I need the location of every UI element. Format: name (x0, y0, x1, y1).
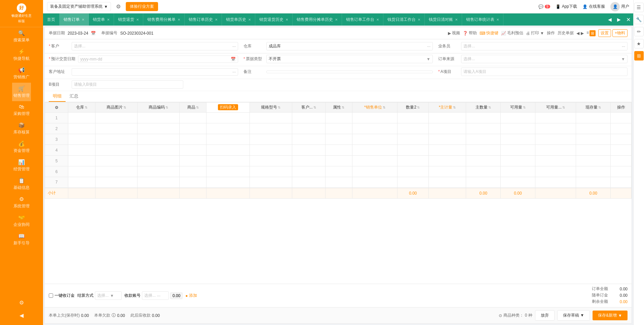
salesperson-input[interactable]: 选择... ··· (461, 42, 628, 50)
panel-btn-5[interactable]: ⊞ (634, 51, 644, 60)
settings-button[interactable]: ⚙ (114, 2, 123, 11)
tab-销货单[interactable]: 销货单✕ (89, 13, 114, 26)
grid-view-btn[interactable]: ⊞ (590, 30, 596, 36)
form-fields-row2: 预计交货日期 yyyy-mm-dd 📅 票据类型 不开票 ▼ 订单来源 (45, 53, 632, 66)
detail-tab-明细[interactable]: 明细 (49, 91, 66, 102)
sidebar-item-营销推广[interactable]: 📢营销推广 (12, 64, 31, 83)
industry-button[interactable]: 体验行业方案 (126, 2, 158, 11)
quick-pay-checkbox[interactable]: 一键收订金 (49, 293, 75, 298)
tab-销售订单历史[interactable]: 销售订单历史✕ (185, 13, 222, 26)
order-source-input[interactable]: 选择... ▼ (461, 55, 628, 63)
history-btn[interactable]: 历史单据 (558, 30, 574, 36)
memo-input[interactable] (266, 71, 433, 73)
sidebar-item-新手引导[interactable]: 📖新手引导 (12, 230, 31, 249)
sidebar-settings[interactable]: ⚙ (0, 297, 43, 310)
sidebar-item-经营管理[interactable]: 📊经营管理 (12, 156, 31, 175)
user-label: 用户 (621, 4, 629, 9)
tab-销货退货[interactable]: 销货退货✕ (114, 13, 143, 26)
order-source-placeholder: 选择... (463, 56, 475, 62)
list-view-btn[interactable]: ≡ (586, 30, 589, 36)
sidebar-item-采购管理[interactable]: 🛍采购管理 (12, 101, 31, 119)
detail-tab-汇总[interactable]: 汇总 (66, 91, 82, 102)
tab-销售订单[interactable]: 销售订单✕ (60, 13, 89, 26)
user-action[interactable]: 👤 用户 (610, 2, 629, 11)
tab-close-icon[interactable]: ✕ (455, 18, 458, 22)
b-project-input[interactable]: 请输入B项目 (72, 80, 183, 89)
tab-close-icon[interactable]: ✕ (82, 18, 84, 22)
warehouse-label: 仓库 (243, 43, 264, 49)
tab-钱货日清对账[interactable]: 钱货日清对账✕ (425, 13, 462, 26)
ops-btn[interactable]: 操作 (547, 30, 555, 36)
profit-btn[interactable]: 📈 毛利预估 (501, 30, 523, 36)
tab-close-icon[interactable]: ✕ (107, 18, 110, 22)
sidebar-item-基础信息[interactable]: 📋基础信息 (12, 175, 31, 193)
tab-销售订单统计表[interactable]: 销售订单统计表✕ (462, 13, 503, 26)
add-button[interactable]: ● 添加 (185, 293, 197, 298)
tab-close-icon[interactable]: ✕ (136, 18, 139, 22)
delivery-date-input[interactable]: yyyy-mm-dd 📅 (78, 55, 238, 63)
discard-button[interactable]: 放弃 (535, 310, 555, 321)
tab-next-btn[interactable]: ▶ (614, 17, 623, 22)
tab-close-icon[interactable]: ✕ (418, 18, 420, 22)
tab-销售费用分摊单历史[interactable]: 销售费用分摊单历史✕ (293, 13, 342, 26)
tab-close-icon[interactable]: ✕ (215, 18, 218, 22)
cell-image (95, 145, 137, 156)
tab-销售订单工作台[interactable]: 销售订单工作台✕ (342, 13, 383, 26)
settlement-select[interactable]: 选择... ▼ (95, 291, 122, 300)
save-new-button[interactable]: 保存&新增 ▼ (593, 311, 628, 320)
add-item-btn[interactable]: +物料 (612, 29, 628, 37)
next-record-btn[interactable]: ▶ (581, 31, 584, 36)
app-download-action[interactable]: 📱 App下载 (556, 4, 577, 9)
sidebar-item-搜索菜单[interactable]: 🔍搜索菜单 (12, 27, 31, 46)
tab-close-icon[interactable]: ✕ (335, 18, 338, 22)
setup-action-btn[interactable]: 设置 (598, 29, 611, 37)
print-btn[interactable]: 🖨 打印 ▼ (526, 30, 544, 36)
panel-btn-4[interactable]: ★ (634, 39, 644, 48)
prev-record-btn[interactable]: ◀ (576, 31, 579, 36)
tab-首页[interactable]: 首页 (43, 13, 60, 26)
sidebar-item-系统管理[interactable]: ⚙系统管理 (12, 193, 31, 212)
app-selector[interactable]: 装备及固定资产辅助管理系统 ▼ (47, 2, 111, 11)
a-project-placeholder: 请输入A项目 (463, 69, 486, 75)
warehouse-field: 仓库 成品库 ··· (243, 42, 433, 50)
tab-prev-btn[interactable]: ◀ (605, 17, 614, 22)
sidebar-item-销售管理[interactable]: 🛒销售管理 (12, 83, 31, 101)
a-project-input[interactable]: 请输入A项目 (461, 68, 628, 76)
tab-close-all-btn[interactable]: ✕ (623, 16, 633, 23)
customer-addr-input[interactable]: ··· (72, 68, 238, 76)
customer-input[interactable]: 选择... ··· (72, 42, 238, 50)
warehouse-input[interactable]: 成品库 ··· (266, 42, 433, 50)
col-settings-icon[interactable]: ⚙ (55, 105, 59, 110)
panel-btn-2[interactable]: 🔧 (634, 15, 644, 24)
date-value[interactable]: 2023-03-24 (68, 31, 88, 36)
deposit-value: 0.00 (611, 293, 628, 298)
tab-label: 首页 (47, 17, 55, 23)
help-btn[interactable]: ❓ 帮助 (463, 30, 477, 36)
sidebar-item-快捷导航[interactable]: ⚡快捷导航 (12, 46, 31, 64)
tab-销货退货历史[interactable]: 销货退货历史✕ (255, 13, 293, 26)
sidebar-item-资金管理[interactable]: 💰资金管理 (12, 138, 31, 156)
tab-close-icon[interactable]: ✕ (496, 18, 499, 22)
view-btn[interactable]: ▶ 视频 (448, 30, 460, 36)
tab-销货单历史[interactable]: 销货单历史✕ (222, 13, 255, 26)
messages-action[interactable]: 💬 9 (538, 4, 550, 9)
sidebar-item-库存核算[interactable]: 📦库存核算 (12, 119, 31, 138)
tab-close-icon[interactable]: ✕ (376, 18, 379, 22)
quick-pay-check[interactable] (49, 293, 53, 298)
tab-close-icon[interactable]: ✕ (286, 18, 288, 22)
invoice-type-input[interactable]: 不开票 ▼ (266, 55, 433, 63)
tab-销售费用分摊单[interactable]: 销售费用分摊单✕ (143, 13, 185, 26)
panel-btn-3[interactable]: ✏ (634, 27, 644, 36)
tab-close-icon[interactable]: ✕ (248, 18, 251, 22)
tab-close-icon[interactable]: ✕ (178, 18, 180, 22)
online-service-action[interactable]: 👤 在线客服 (582, 4, 605, 9)
sidebar-item-企业协同[interactable]: 🤝企业协同 (12, 212, 31, 230)
account-select[interactable]: 选择... ··· (142, 291, 169, 300)
account-field: 收款账号 选择... ··· 0.00 (124, 291, 183, 300)
tab-钱货日清工作台[interactable]: 钱货日清工作台✕ (383, 13, 425, 26)
col-settings[interactable]: ⚙ (45, 103, 68, 113)
save-draft-button[interactable]: 保存草稿 ▼ (557, 310, 590, 321)
sidebar-collapse[interactable]: ◀ (0, 310, 43, 322)
panel-btn-1[interactable]: ☰ (634, 3, 644, 12)
shortcut-btn[interactable]: ⌨ 快捷键 (480, 30, 498, 36)
